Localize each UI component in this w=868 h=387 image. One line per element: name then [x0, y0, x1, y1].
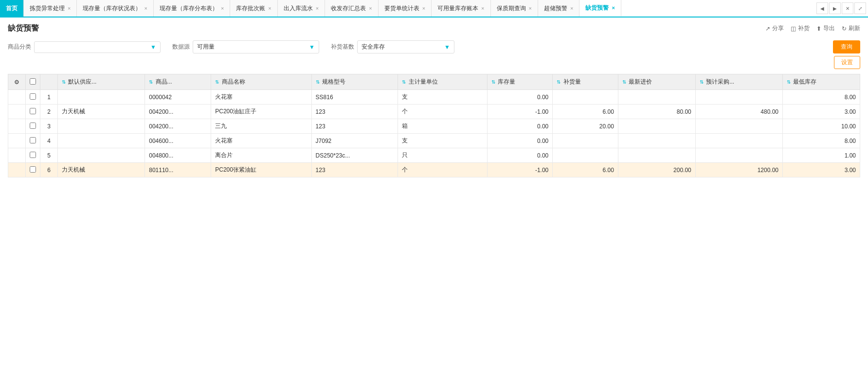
tab-shortage[interactable]: 缺货预警 ×: [579, 0, 621, 17]
table-row[interactable]: 2 力天机械 004200... PC200油缸庄子 123 个 -1.00 6…: [8, 105, 860, 119]
select-all-checkbox[interactable]: [30, 78, 36, 85]
tab-inventory-dist[interactable]: 现存量（库存分布表） ×: [154, 0, 230, 17]
row-checkbox[interactable]: [30, 166, 36, 173]
replenish-button[interactable]: ◫ 补货: [791, 24, 810, 33]
datasource-filter-label: 数据源: [172, 43, 190, 51]
query-button[interactable]: 查询: [833, 40, 860, 53]
spec-column-header[interactable]: ⇅ 规格型号: [311, 74, 398, 90]
tab-order-stat-close[interactable]: ×: [422, 5, 425, 11]
export-label: 导出: [823, 24, 835, 33]
row-checkbox-cell[interactable]: [26, 148, 40, 163]
settings-column-header[interactable]: ⚙: [8, 74, 26, 90]
refresh-button[interactable]: ↻ 刷新: [842, 24, 860, 33]
tab-inventory-status[interactable]: 现存量（库存状况表） ×: [77, 0, 153, 17]
row-settings-cell: [8, 90, 26, 105]
filter-main: 商品分类 ▼ 数据源 可用量 ▼ 补货基数 安全库存 ▼: [8, 40, 833, 53]
row-name-cell: 三九: [211, 119, 311, 134]
unit-column-header[interactable]: ⇅ 主计量单位: [398, 74, 487, 90]
name-column-header[interactable]: ⇅ 商品名称: [211, 74, 311, 90]
row-checkbox[interactable]: [30, 93, 36, 100]
refresh-label: 刷新: [849, 24, 860, 33]
row-latest-price-cell: [618, 119, 695, 134]
row-checkbox-cell[interactable]: [26, 163, 40, 177]
code-sort-icon: ⇅: [149, 79, 153, 85]
row-checkbox-cell[interactable]: [26, 105, 40, 119]
tab-collect[interactable]: 收发存汇总表 ×: [325, 0, 378, 17]
row-checkbox-cell[interactable]: [26, 90, 40, 105]
supplier-sort-icon: ⇅: [62, 79, 66, 85]
export-button[interactable]: ⬆ 导出: [816, 24, 835, 33]
row-checkbox[interactable]: [30, 108, 36, 114]
row-code-cell: 801110...: [145, 163, 211, 177]
tab-exception-close[interactable]: ×: [68, 5, 71, 11]
min-stock-column-header[interactable]: ⇅ 最低库存: [783, 74, 860, 90]
datasource-filter-select[interactable]: 可用量 ▼: [193, 40, 319, 53]
data-table: ⚙ ⇅ 默认供应... ⇅ 商品... ⇅ 商品名称: [8, 74, 860, 177]
tab-batch[interactable]: 库存批次账 ×: [230, 0, 277, 17]
tab-home[interactable]: 首页: [0, 0, 24, 17]
tab-inventory-dist-close[interactable]: ×: [221, 5, 224, 11]
tab-available-close[interactable]: ×: [481, 5, 484, 11]
supplier-column-header[interactable]: ⇅ 默认供应...: [58, 74, 145, 90]
row-stock-cell: 0.00: [487, 134, 553, 148]
row-checkbox[interactable]: [30, 152, 36, 158]
filter-row: 商品分类 ▼ 数据源 可用量 ▼ 补货基数 安全库存 ▼: [8, 40, 860, 69]
nav-expand-button[interactable]: ⤢: [854, 2, 866, 14]
row-code-cell: 004600...: [145, 134, 211, 148]
code-column-header[interactable]: ⇅ 商品...: [145, 74, 211, 90]
row-name-cell: 火花塞: [211, 134, 311, 148]
tab-overstock-close[interactable]: ×: [570, 5, 573, 11]
tab-order-stat[interactable]: 要货单统计表 ×: [379, 0, 432, 17]
table-row[interactable]: 3 004200... 三九 123 箱 0.00 20.00 10.00: [8, 119, 860, 134]
tab-exception[interactable]: 拣货异常处理 ×: [24, 0, 77, 17]
row-checkbox-cell[interactable]: [26, 134, 40, 148]
tab-flow[interactable]: 出入库流水 ×: [278, 0, 325, 17]
row-name-cell: 离合片: [211, 148, 311, 163]
nav-next-button[interactable]: ▶: [829, 2, 841, 14]
category-filter-group: 商品分类 ▼: [8, 41, 161, 53]
setting-button[interactable]: 设置: [834, 56, 860, 69]
row-latest-price-cell: [618, 134, 695, 148]
replenish-base-filter-select[interactable]: 安全库存 ▼: [357, 40, 454, 53]
latest-price-column-header[interactable]: ⇅ 最新进价: [618, 74, 695, 90]
row-checkbox-cell[interactable]: [26, 119, 40, 134]
row-index-cell: 5: [40, 148, 58, 163]
row-spec-cell: SS816: [311, 90, 398, 105]
tab-available[interactable]: 可用量库存账本 ×: [432, 0, 490, 17]
row-estimated-purchase-cell: [695, 148, 782, 163]
nav-close-button[interactable]: ✕: [842, 2, 853, 14]
row-min-stock-cell: 10.00: [783, 119, 860, 134]
table-row[interactable]: 6 力天机械 801110... PC200张紧油缸 123 个 -1.00 6…: [8, 163, 860, 177]
table-row[interactable]: 5 004800... 离合片 DS250*23c... 只 0.00 1.00: [8, 148, 860, 163]
row-checkbox[interactable]: [30, 123, 36, 129]
row-unit-cell: 支: [398, 134, 487, 148]
supplier-column-label: 默认供应...: [68, 78, 96, 85]
tab-expiry-close[interactable]: ×: [529, 5, 532, 11]
row-unit-cell: 个: [398, 105, 487, 119]
row-estimated-purchase-cell: 1200.00: [695, 163, 782, 177]
row-estimated-purchase-cell: [695, 134, 782, 148]
replenish-label: 补货: [798, 24, 810, 33]
row-replenish-cell: 6.00: [553, 105, 618, 119]
nav-prev-button[interactable]: ◀: [816, 2, 828, 14]
row-estimated-purchase-cell: 480.00: [695, 105, 782, 119]
share-button[interactable]: ↗ 分享: [765, 24, 784, 33]
replenish-column-header[interactable]: ⇅ 补货量: [553, 74, 618, 90]
table-row[interactable]: 4 004600... 火花塞 J7092 支 0.00 8.00: [8, 134, 860, 148]
tab-collect-close[interactable]: ×: [369, 5, 372, 11]
tab-shortage-close[interactable]: ×: [612, 5, 615, 11]
row-min-stock-cell: 8.00: [783, 134, 860, 148]
tab-available-label: 可用量库存账本: [437, 4, 478, 13]
category-filter-select[interactable]: ▼: [34, 41, 161, 53]
unit-column-label: 主计量单位: [409, 78, 438, 85]
stock-column-header[interactable]: ⇅ 库存量: [487, 74, 553, 90]
table-row[interactable]: 1 0000042 火花塞 SS816 支 0.00 8.00: [8, 90, 860, 105]
tab-overstock[interactable]: 超储预警 ×: [538, 0, 579, 17]
settings-icon[interactable]: ⚙: [14, 79, 19, 86]
tab-expiry[interactable]: 保质期查询 ×: [491, 0, 538, 17]
tab-inventory-status-close[interactable]: ×: [144, 5, 147, 11]
estimated-purchase-column-header[interactable]: ⇅ 预计采购...: [695, 74, 782, 90]
tab-batch-close[interactable]: ×: [268, 5, 271, 11]
tab-flow-close[interactable]: ×: [316, 5, 319, 11]
row-checkbox[interactable]: [30, 137, 36, 143]
